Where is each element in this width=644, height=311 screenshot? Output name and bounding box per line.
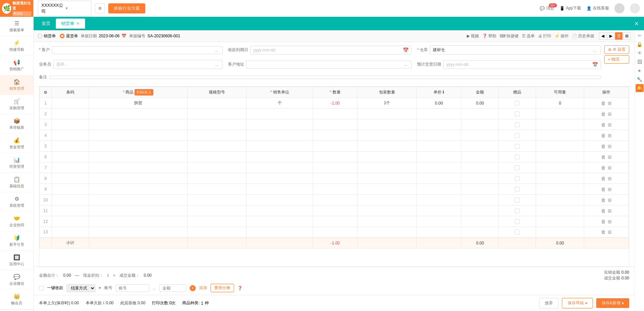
- copy-row-btn[interactable]: ⊞: [608, 187, 612, 192]
- gift-checkbox[interactable]: [515, 176, 520, 181]
- copy-row-btn[interactable]: ⊞: [608, 144, 612, 149]
- cell-amount[interactable]: [461, 109, 499, 119]
- total-owed-info[interactable]: ℹ: [103, 301, 105, 305]
- cell-product[interactable]: [89, 227, 187, 238]
- cell-amount[interactable]: [461, 141, 499, 152]
- delete-row-btn[interactable]: 🗑: [601, 111, 606, 117]
- cell-spec[interactable]: [187, 130, 247, 141]
- cell-barcode[interactable]: [52, 109, 89, 119]
- customer-addr-dots[interactable]: ...: [403, 62, 409, 67]
- one-click-pay-checkbox[interactable]: [39, 286, 44, 290]
- cell-gift[interactable]: [499, 141, 536, 152]
- sidebar-item-finance[interactable]: 💰 资金管理: [0, 134, 33, 153]
- table-settings-icon[interactable]: ⚙: [44, 90, 47, 95]
- delete-row-btn[interactable]: 🗑: [601, 154, 606, 160]
- cell-barcode[interactable]: [52, 205, 89, 216]
- cell-barcode[interactable]: [52, 98, 89, 109]
- cell-qty[interactable]: [313, 195, 357, 205]
- sidebar-item-quick-nav[interactable]: ⚡ 快捷导航: [0, 36, 33, 56]
- sidebar-item-search[interactable]: ☰ 搜索菜单: [0, 17, 33, 36]
- cell-pkg-qty[interactable]: 1个: [357, 98, 417, 109]
- cell-amount[interactable]: [461, 130, 499, 141]
- right-panel-image-btn[interactable]: 🖼: [636, 58, 644, 66]
- cell-amount[interactable]: [461, 195, 499, 205]
- expected-date-input-box[interactable]: yyyy-mm-dd 📅: [443, 60, 601, 69]
- cell-product[interactable]: [89, 152, 187, 162]
- cell-qty[interactable]: [313, 162, 357, 173]
- tab-close-icon[interactable]: ✕: [76, 21, 80, 26]
- cell-qty[interactable]: [313, 109, 357, 119]
- radio-return-order[interactable]: 退货单: [60, 33, 78, 39]
- cell-barcode[interactable]: [52, 216, 89, 227]
- cell-gift[interactable]: [499, 152, 536, 162]
- expense-split-button[interactable]: 费用分摊: [211, 284, 234, 292]
- cell-gift[interactable]: [499, 119, 536, 130]
- cell-barcode[interactable]: [52, 162, 89, 173]
- save-draft-button[interactable]: 保存草稿 ▾: [562, 298, 593, 308]
- right-panel-edit-btn[interactable]: ✏: [636, 32, 644, 40]
- sidebar-item-inventory[interactable]: 📦 库存核算: [0, 114, 33, 134]
- copy-row-btn[interactable]: ⊞: [608, 122, 612, 127]
- expected-date-calendar-icon[interactable]: 📅: [592, 62, 598, 67]
- copy-row-btn[interactable]: ⊞: [608, 208, 612, 213]
- sidebar-item-purchase[interactable]: 🛒 采购管理: [0, 95, 33, 114]
- card-layout-btn[interactable]: ☰: [615, 32, 622, 40]
- cell-gift[interactable]: [499, 98, 536, 109]
- add-payment-button[interactable]: +: [190, 285, 196, 291]
- copy-row-btn[interactable]: ⊞: [608, 176, 612, 181]
- cell-unit[interactable]: [247, 119, 313, 130]
- cell-unit-price[interactable]: [417, 141, 461, 152]
- cell-amount[interactable]: 0.00: [461, 98, 499, 109]
- print-btn[interactable]: 🖨 打印: [538, 33, 551, 39]
- cell-amount[interactable]: [461, 227, 499, 238]
- cell-spec[interactable]: [187, 216, 247, 227]
- copy-row-btn[interactable]: ⊞: [608, 111, 612, 117]
- header-gear-button[interactable]: ⚙: [95, 3, 105, 13]
- cell-barcode[interactable]: [52, 184, 89, 195]
- amount-input[interactable]: [159, 284, 186, 292]
- settings-button[interactable]: ⚙ ⚙ 设置: [604, 45, 629, 54]
- gift-checkbox[interactable]: [515, 144, 520, 149]
- cell-unit[interactable]: [247, 184, 313, 195]
- help-btn[interactable]: ❓ 帮助: [482, 33, 496, 39]
- right-panel-tool-btn[interactable]: 🔧: [636, 75, 644, 83]
- cell-unit-price[interactable]: 0.00: [417, 98, 461, 109]
- cell-qty[interactable]: -1.00: [313, 98, 357, 109]
- right-panel-star-btn[interactable]: ★: [636, 67, 644, 75]
- cell-spec[interactable]: [187, 98, 247, 109]
- cell-unit-price[interactable]: [417, 216, 461, 227]
- cell-product[interactable]: [89, 173, 187, 184]
- select-order-btn[interactable]: ☰ 选单: [522, 33, 535, 39]
- cell-gift[interactable]: [499, 195, 536, 205]
- cell-pkg-qty[interactable]: [357, 141, 417, 152]
- calendar-icon[interactable]: 📅: [121, 34, 126, 38]
- cell-gift[interactable]: [499, 130, 536, 141]
- gift-checkbox[interactable]: [515, 155, 520, 159]
- cell-pkg-qty[interactable]: [357, 205, 417, 216]
- sidebar-item-app-center[interactable]: 🔲 应用中心: [0, 251, 33, 270]
- cell-unit[interactable]: 个: [247, 98, 313, 109]
- company-selector[interactable]: XXXXXX公司 ▾: [38, 1, 91, 16]
- cell-qty[interactable]: [313, 119, 357, 130]
- cell-pkg-qty[interactable]: [357, 227, 417, 238]
- right-panel-eye-btn[interactable]: 👁: [636, 49, 644, 57]
- cell-pkg-qty[interactable]: [357, 195, 417, 205]
- cell-gift[interactable]: [499, 216, 536, 227]
- delete-row-btn[interactable]: 🗑: [601, 176, 606, 181]
- cell-pkg-qty[interactable]: [357, 162, 417, 173]
- cell-gift[interactable]: [499, 227, 536, 238]
- cell-spec[interactable]: [187, 152, 247, 162]
- logistics-button[interactable]: + 物流: [604, 55, 629, 64]
- cell-barcode[interactable]: [52, 227, 89, 238]
- grid-layout-btn[interactable]: ▶: [607, 32, 614, 40]
- discount-info-icon[interactable]: ℹ: [107, 273, 109, 278]
- copy-row-btn[interactable]: ⊞: [608, 133, 612, 138]
- copy-row-btn[interactable]: ⊞: [608, 229, 612, 235]
- online-service-button[interactable]: 👤 在线客服: [586, 5, 609, 11]
- delete-row-btn[interactable]: 🗑: [601, 208, 606, 213]
- detail-layout-btn[interactable]: ⊞: [623, 32, 631, 40]
- copy-row-btn[interactable]: ⊞: [608, 154, 612, 160]
- cell-qty[interactable]: [313, 152, 357, 162]
- cell-qty[interactable]: [313, 184, 357, 195]
- delete-row-btn[interactable]: 🗑: [601, 122, 606, 127]
